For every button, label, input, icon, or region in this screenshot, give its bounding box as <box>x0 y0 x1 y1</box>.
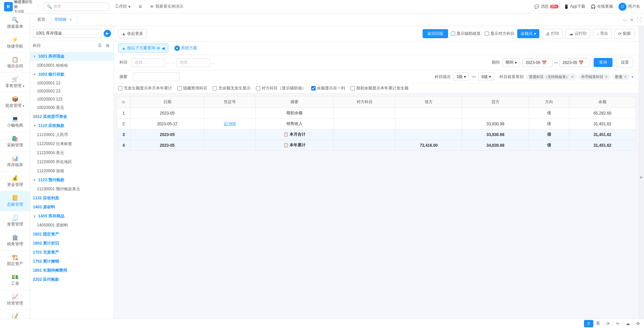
demo-link[interactable]: 👁 我要看实例演示 <box>150 4 183 9</box>
tree-item-11220005[interactable]: 11220005 所在地区 <box>30 157 114 167</box>
tree-item-14050001[interactable]: 14050001 原材料 <box>30 221 114 230</box>
option-no-balance[interactable]: 无发生额显示本月本年累计 <box>118 85 172 91</box>
subject-end-input[interactable]: 选择... <box>176 58 210 67</box>
option-initial-balance[interactable]: 期初余额显示本年累计发生额 <box>351 85 409 91</box>
tab-close-icon[interactable]: ✕ <box>68 17 73 22</box>
tree-item-11220004[interactable]: 11220004 美元 <box>30 148 114 157</box>
show-auxiliary-check[interactable]: 显示辅助核算 <box>451 31 481 37</box>
auxiliary-checkbox[interactable] <box>451 31 455 36</box>
window-expand-icon[interactable]: ⛶ <box>637 17 641 22</box>
quantity-arrow[interactable]: ▾ <box>632 75 633 79</box>
option-checkbox[interactable] <box>177 86 182 90</box>
return-old-version-btn[interactable]: 返回旧版 <box>423 29 448 38</box>
sidebar-item-retail[interactable]: 🛒 零售管理 ▾ <box>0 73 30 92</box>
scheme-filter-btn[interactable]: ▲ 按以下方案查询 ⚙ ◀ <box>118 44 168 53</box>
sidebar-item-purchase[interactable]: 🛍️ 采购管理 <box>0 132 30 152</box>
system-scheme-btn[interactable]: ● 系统方案 <box>171 44 201 52</box>
cloud-status-icon[interactable]: ☁ <box>626 321 630 326</box>
tree-item-10020001[interactable]: 10020001 12 <box>30 79 114 87</box>
option-balance-one-col[interactable]: 余额显示在一列 <box>311 85 345 91</box>
sidebar-item-project[interactable]: 📋 项目合同 <box>0 53 30 73</box>
option-checkbox[interactable] <box>118 86 122 90</box>
option-checkbox[interactable] <box>256 86 260 90</box>
tree-item-1602[interactable]: 1602 累计折旧 <box>30 239 114 248</box>
setting-btn[interactable]: 设置 <box>616 58 633 67</box>
workspace-dropdown[interactable]: 工作区 ▾ <box>112 4 133 9</box>
tree-item-1801[interactable]: 1801 长期待摊费用 <box>30 266 114 275</box>
level-end-select[interactable]: 6级 ▾ <box>478 72 494 81</box>
option-checkbox[interactable] <box>351 86 355 90</box>
voucher-link[interactable]: 记-006 <box>224 121 236 126</box>
refresh-btn[interactable]: ⟳ 刷新 <box>614 29 635 39</box>
tree-item-2202[interactable]: 2202 应付账款 <box>30 275 114 284</box>
tree-item-1122[interactable]: ▼ 1122 应收账款 <box>30 121 114 130</box>
format-btn[interactable]: 金额式 ▾ <box>517 29 539 38</box>
edit-status-icon[interactable]: ✏ <box>616 321 620 326</box>
sidebar-item-tax[interactable]: 🏛️ 税务管理 <box>0 231 30 251</box>
sidebar-item-quick-nav[interactable]: ⚡ 快捷导航 <box>0 33 30 53</box>
subject-start-input[interactable]: 选择... <box>131 58 165 67</box>
sidebar-item-ecommerce[interactable]: 💻 小畅电商 <box>0 112 30 132</box>
window-close-icon[interactable]: ✕ <box>630 17 634 22</box>
sidebar-item-fixed-assets[interactable]: 🏗️ 固定资产 <box>0 251 30 270</box>
online-service-btn[interactable]: 🎧 在线客服 <box>591 4 613 9</box>
cloud-print-btn[interactable]: ☁ 云打印 <box>566 29 590 39</box>
tree-item-1012[interactable]: 1012 其他货币资金 <box>30 112 114 121</box>
tab-ledger[interactable]: 明细账 ✕ <box>50 14 77 25</box>
summary-input[interactable] <box>133 72 180 81</box>
level-start-select[interactable]: 1级 ▾ <box>453 72 469 81</box>
show-counterpart-check[interactable]: 显示对方科目 <box>485 31 515 37</box>
tree-item-1405[interactable]: ▼ 1405 库存商品 <box>30 212 114 221</box>
tree-item-1132[interactable]: 1132 应收利息 <box>30 194 114 203</box>
period-start-input[interactable]: 2023-05 📅 <box>523 58 553 67</box>
tree-item-1002[interactable]: ▼ 1002 银行存款 <box>30 70 114 79</box>
settings-icon[interactable]: ⚙ <box>136 2 145 11</box>
query-btn[interactable]: 查询 <box>594 58 612 67</box>
sidebar-item-invoice[interactable]: 🧾 发票管理 <box>0 211 30 231</box>
tag-close-icon[interactable]: ✕ <box>624 75 627 79</box>
counterpart-checkbox[interactable] <box>485 31 489 36</box>
filter-settings-icon[interactable]: ⚙ <box>157 46 160 51</box>
option-checkbox[interactable] <box>311 86 316 90</box>
option-checkbox[interactable] <box>213 86 217 90</box>
tree-item-11220001[interactable]: 11220001 人民币 <box>30 130 114 139</box>
tag-close-icon[interactable]: ✕ <box>605 75 608 79</box>
tree-item-1001[interactable]: ▼ 1001 库存现金 <box>30 52 114 61</box>
user-profile[interactable]: U 用户名 <box>619 3 640 11</box>
sidebar-item-wholesale[interactable]: 📦 批发管理 ▾ <box>0 92 30 112</box>
expand-scheme-btn[interactable]: ▲ 收起更多 <box>118 29 147 38</box>
sidebar-item-ledger[interactable]: 📒 总账管理 <box>0 191 30 211</box>
sidebar-item-management[interactable]: 📈 经营管理 <box>0 290 30 310</box>
window-minimize-icon[interactable]: — <box>623 17 627 22</box>
period-type-select[interactable]: 期间 ▾ <box>502 58 520 67</box>
tree-item-10020002[interactable]: 10020002 23 <box>30 87 114 95</box>
tag-close-icon[interactable]: ✕ <box>571 75 574 79</box>
right-edge-collapse[interactable]: ▶ <box>639 26 644 328</box>
tree-item-10020006[interactable]: 10020006 美元 <box>30 103 114 112</box>
tree-item-1701[interactable]: 1701 无形资产 <box>30 248 114 257</box>
table-settings-icon[interactable]: ⚙ <box>122 100 125 105</box>
tree-item-1601[interactable]: 1601 固定资产 <box>30 230 114 239</box>
subject-selector[interactable]: 1001 库存现金 <box>33 29 102 38</box>
tab-home[interactable]: 首页 <box>33 14 50 25</box>
app-download-btn[interactable]: 📱 App下载 <box>564 4 585 9</box>
option-no-amount[interactable]: 无余额无发生显示 <box>213 85 251 91</box>
period-end-input[interactable]: 2023-05 📅 <box>559 58 590 67</box>
settings-status-icon[interactable]: ⚙ <box>636 321 640 326</box>
sidebar-item-inventory[interactable]: 📊 库存核算 <box>0 152 30 172</box>
tree-item-10010001[interactable]: 10010001 哈哈哈 <box>30 61 114 70</box>
tree-item-10020003[interactable]: 10020003 122 <box>30 95 114 103</box>
export-btn[interactable]: ↓ 导出 <box>593 29 612 39</box>
translate-btn[interactable]: 文 <box>584 320 593 327</box>
option-counterpart-auxiliary[interactable]: 对方科目（显示辅助项） <box>256 85 306 91</box>
sidebar-item-fund[interactable]: 💰 资金管理 <box>0 172 30 191</box>
list-view-icon[interactable]: ☰ <box>96 42 103 49</box>
sidebar-item-search[interactable]: 🔍 搜索菜单 <box>0 13 30 33</box>
tree-item-1123[interactable]: ▼ 1123 预付账款 <box>30 176 114 185</box>
tree-item-1702[interactable]: 1702 累计摊销 <box>30 257 114 266</box>
filter-collapse-icon[interactable]: ◀ <box>162 46 165 51</box>
next-subject-btn[interactable]: ▶ <box>104 30 111 37</box>
tree-item-11230001[interactable]: 11230001 预付账款美元 <box>30 185 114 194</box>
tree-item-1403[interactable]: 1403 原材料 <box>30 203 114 212</box>
grid-view-icon[interactable]: ⊞ <box>104 42 111 49</box>
